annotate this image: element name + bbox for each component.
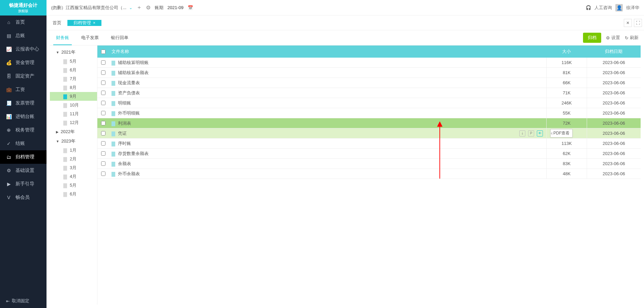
tab-label: 归档管理	[73, 20, 91, 26]
tab[interactable]: 首页	[47, 20, 67, 26]
tree-month-label: 9月	[70, 93, 76, 99]
tree-month[interactable]: ▇3月	[50, 163, 97, 172]
sidebar-item-money[interactable]: 💰资金管理	[0, 56, 47, 69]
folder-icon: ▇	[63, 191, 67, 197]
tree-month[interactable]: ▇6月	[50, 190, 97, 198]
table-row[interactable]: ▇明细账 246K 2023-06-06	[97, 98, 641, 108]
tab-close-button[interactable]: ✕	[624, 19, 632, 27]
folder-icon: ▇	[63, 102, 67, 108]
row-checkbox[interactable]	[101, 60, 105, 65]
row-checkbox[interactable]	[101, 121, 105, 125]
row-checkbox[interactable]	[101, 91, 105, 95]
file-icon: ▇	[112, 60, 115, 65]
row-checkbox[interactable]	[101, 81, 105, 85]
file-icon: ▇	[112, 70, 115, 75]
period-value[interactable]: 2021-09	[167, 5, 184, 10]
tree-month[interactable]: ▇12月	[50, 118, 97, 127]
tree-month[interactable]: ▇11月	[50, 110, 97, 118]
pdf-icon[interactable]: P	[528, 130, 534, 136]
sidebar-item-home[interactable]: ⌂首页	[0, 16, 47, 29]
file-date: 2023-06-06	[587, 149, 641, 158]
sidebar-item-chart[interactable]: 📈云报表中心	[0, 42, 47, 56]
table-row[interactable]: ▇辅助核算明细账 116K 2023-06-06	[97, 58, 641, 68]
table-row[interactable]: ▇序时账 113K 2023-06-06	[97, 138, 641, 149]
sidebar-item-asset[interactable]: 🗄固定资产	[0, 69, 47, 83]
tree-month[interactable]: ▇10月	[50, 101, 97, 110]
sidebar-item-tax[interactable]: ⊕税务管理	[0, 123, 47, 137]
row-checkbox[interactable]	[101, 111, 105, 115]
file-date: 2023-06-06	[587, 128, 641, 138]
table-header: 文件名称 大小 归档日期	[97, 45, 641, 58]
sidebar-item-stock[interactable]: 📊进销台账	[0, 110, 47, 123]
sidebar-item-archive[interactable]: 🗂归档管理	[0, 150, 47, 164]
row-checkbox[interactable]	[101, 141, 105, 146]
calendar-icon[interactable]: 📅	[188, 5, 193, 10]
chart-icon: 📈	[6, 47, 11, 52]
tab-expand-button[interactable]: ⛶	[634, 19, 642, 27]
table-row[interactable]: ▇辅助核算余额表 81K 2023-06-06	[97, 68, 641, 78]
tree-month-label: 6月	[70, 67, 76, 73]
row-checkbox[interactable]	[101, 70, 105, 75]
tree-month-label: 3月	[70, 165, 76, 171]
sidebar-item-label: 基础设置	[16, 167, 34, 174]
subtab[interactable]: 银行回单	[105, 30, 134, 45]
file-name: 明细账	[118, 100, 131, 106]
table-row[interactable]: ▇存货数量余额表 62K 2023-06-06	[97, 149, 641, 159]
subtab[interactable]: 财务账	[50, 30, 75, 45]
add-icon[interactable]: ＋	[136, 4, 142, 11]
tree-year[interactable]: ▼2023年	[50, 136, 97, 146]
tree-month[interactable]: ▇5月	[50, 57, 97, 66]
gear-icon[interactable]: ⚙	[146, 4, 151, 11]
sidebar-item-guide[interactable]: ▶新手引导	[0, 177, 47, 191]
tree-month[interactable]: ▇2月	[50, 155, 97, 163]
table-row[interactable]: ▇外币明细账 55K 2023-06-06	[97, 108, 641, 118]
main: (勿删）江西服宝精品有限责任公司（... ⌄ ＋ ⚙ 账期 2021-09 📅 …	[47, 0, 644, 308]
sidebar-item-close[interactable]: ✓结账	[0, 137, 47, 150]
sidebar-unpin[interactable]: ⇤ 取消固定	[0, 294, 47, 308]
tree-month[interactable]: ▇7月	[50, 74, 97, 83]
tree-year[interactable]: ▼2021年	[50, 48, 97, 57]
close-icon[interactable]: ×	[93, 21, 95, 25]
tree-month[interactable]: ▇9月	[50, 92, 97, 101]
download-icon[interactable]: ⇣	[519, 130, 525, 136]
tax-icon: ⊕	[6, 127, 11, 133]
tree-month[interactable]: ▇6月	[50, 66, 97, 74]
tree-month[interactable]: ▇4月	[50, 172, 97, 181]
select-all-checkbox[interactable]	[101, 50, 105, 54]
settings-link[interactable]: ⚙设置	[606, 35, 620, 41]
pdf-view-icon[interactable]: 👁	[537, 130, 543, 136]
file-name: 资产负债表	[118, 90, 140, 96]
table-row[interactable]: ▇资产负债表 71K 2023-06-06	[97, 88, 641, 98]
sidebar-item-label: 新手引导	[16, 181, 34, 187]
row-checkbox[interactable]	[101, 101, 105, 105]
row-checkbox[interactable]	[101, 131, 105, 135]
tree-month[interactable]: ▇5月	[50, 181, 97, 190]
row-checkbox[interactable]	[101, 172, 105, 176]
sidebar-item-label: 资金管理	[16, 60, 34, 66]
refresh-link[interactable]: ↻刷新	[625, 35, 639, 41]
archive-button[interactable]: 归档	[583, 33, 601, 43]
sidebar-item-label: 税务管理	[16, 127, 34, 133]
table-row[interactable]: ▇利润表 72K 2023-06-06	[97, 118, 641, 128]
row-checkbox[interactable]	[101, 161, 105, 166]
table-row[interactable]: ▇现金流量表 66K 2023-06-06	[97, 78, 641, 88]
table-row[interactable]: ▇凭证 ⇣ P 👁 PDF查看 53K 2023-06-06	[97, 128, 641, 138]
table-row[interactable]: ▇外币余额表 48K 2023-06-06	[97, 169, 641, 179]
sidebar-item-invoice[interactable]: 🧾发票管理	[0, 96, 47, 110]
avatar[interactable]: 👤	[615, 4, 623, 11]
sidebar-item-ledger[interactable]: ▤总账	[0, 29, 47, 42]
sidebar-item-salary[interactable]: 💼工资	[0, 83, 47, 96]
consult-link[interactable]: 人工咨询	[594, 5, 612, 11]
sidebar-item-vip[interactable]: V畅会员	[0, 191, 47, 204]
tree-year[interactable]: ▶2022年	[50, 127, 97, 136]
tree-month[interactable]: ▇8月	[50, 83, 97, 92]
subtab[interactable]: 电子发票	[75, 30, 105, 45]
file-name: 余额表	[118, 161, 131, 167]
company-selector[interactable]: (勿删）江西服宝精品有限责任公司（... ⌄	[51, 5, 132, 11]
sidebar-item-settings[interactable]: ⚙基础设置	[0, 164, 47, 177]
tab[interactable]: 归档管理×	[67, 20, 101, 26]
tree-month[interactable]: ▇1月	[50, 146, 97, 155]
table-row[interactable]: ▇余额表 83K 2023-06-06	[97, 159, 641, 169]
row-checkbox[interactable]	[101, 151, 105, 156]
sidebar-item-label: 固定资产	[16, 73, 34, 79]
